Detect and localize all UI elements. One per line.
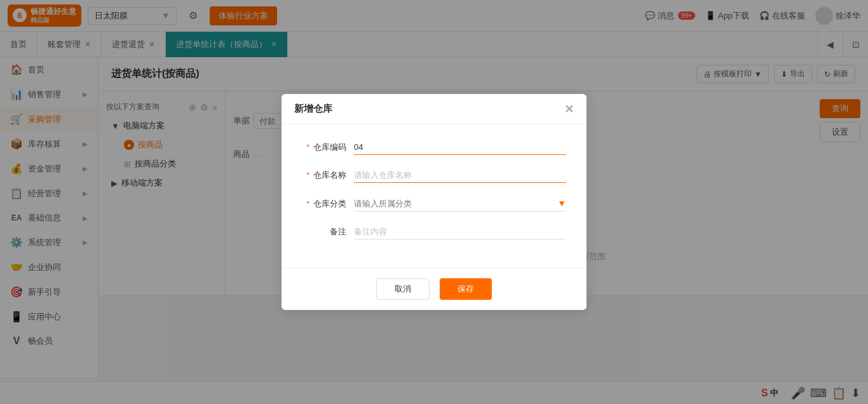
form-row-remark: 备注 bbox=[302, 224, 566, 239]
code-label: * 仓库编码 bbox=[302, 142, 346, 153]
remark-input[interactable] bbox=[354, 224, 566, 239]
category-arrow-icon: ▼ bbox=[557, 198, 566, 208]
dialog-body: * 仓库编码 * 仓库名称 * 仓库分类 bbox=[281, 125, 587, 267]
category-select-wrap: ▼ bbox=[354, 196, 566, 212]
form-row-code: * 仓库编码 bbox=[302, 140, 566, 155]
dialog-footer: 取消 保存 bbox=[281, 267, 587, 310]
form-row-category: * 仓库分类 ▼ bbox=[302, 196, 566, 212]
required-star-name: * bbox=[306, 170, 309, 180]
dialog-close-button[interactable]: ✕ bbox=[564, 104, 574, 115]
name-label: * 仓库名称 bbox=[302, 170, 346, 181]
required-star-code: * bbox=[306, 142, 309, 152]
modal-overlay: 新增仓库 ✕ * 仓库编码 * 仓库名称 bbox=[0, 0, 868, 404]
save-button[interactable]: 保存 bbox=[440, 278, 492, 300]
remark-label: 备注 bbox=[302, 226, 346, 238]
cancel-button[interactable]: 取消 bbox=[376, 278, 430, 300]
required-star-category: * bbox=[306, 199, 309, 208]
new-warehouse-dialog: 新增仓库 ✕ * 仓库编码 * 仓库名称 bbox=[281, 94, 587, 310]
code-input[interactable] bbox=[354, 140, 566, 155]
dialog-title: 新增仓库 bbox=[294, 103, 332, 115]
form-row-name: * 仓库名称 bbox=[302, 168, 566, 183]
dialog-header: 新增仓库 ✕ bbox=[281, 94, 587, 125]
name-input[interactable] bbox=[354, 168, 566, 183]
category-select-input[interactable] bbox=[354, 199, 557, 208]
category-label: * 仓库分类 bbox=[302, 198, 346, 210]
